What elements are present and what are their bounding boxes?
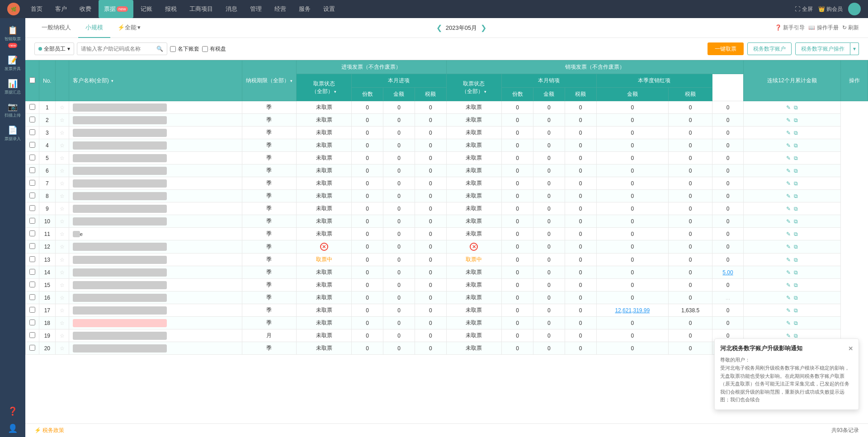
- edit-icon[interactable]: ✎: [786, 142, 791, 149]
- row-select-checkbox[interactable]: [29, 104, 35, 110]
- nav-message[interactable]: 消息: [220, 0, 243, 18]
- copy-icon[interactable]: ⧉: [794, 206, 798, 212]
- row-select-checkbox[interactable]: [29, 155, 35, 160]
- date-next-button[interactable]: ❯: [481, 23, 486, 32]
- copy-icon[interactable]: ⧉: [794, 104, 798, 111]
- star-icon[interactable]: ☆: [60, 333, 65, 339]
- star-icon[interactable]: ☆: [60, 320, 65, 326]
- row-select-checkbox[interactable]: [29, 180, 35, 186]
- row-select-checkbox[interactable]: [29, 193, 35, 198]
- edit-icon[interactable]: ✎: [786, 130, 791, 136]
- checkbox-under-account[interactable]: 名下账套: [170, 45, 199, 53]
- nav-settings[interactable]: 设置: [318, 0, 340, 18]
- tax-digital-account-button[interactable]: 税务数字账户: [747, 42, 792, 55]
- row-select-checkbox[interactable]: [29, 307, 35, 313]
- sidebar-item-smart-ticket[interactable]: 📋 智能取票 new: [0, 22, 25, 52]
- edit-icon[interactable]: ✎: [786, 218, 791, 225]
- refresh-button[interactable]: ↻ 刷新: [842, 24, 859, 32]
- copy-icon[interactable]: ⧉: [794, 168, 798, 174]
- star-icon[interactable]: ☆: [60, 142, 65, 149]
- row-select-checkbox[interactable]: [29, 256, 35, 262]
- nav-operation[interactable]: 经营: [269, 0, 292, 18]
- row-select-checkbox[interactable]: [29, 243, 35, 249]
- edit-icon[interactable]: ✎: [786, 257, 791, 263]
- edit-icon[interactable]: ✎: [786, 333, 791, 339]
- date-prev-button[interactable]: ❮: [436, 23, 442, 32]
- row-select-checkbox[interactable]: [29, 269, 35, 275]
- sidebar-bottom-icon1[interactable]: ❓: [0, 403, 25, 420]
- checkbox-has-taxpad[interactable]: 有税盘: [202, 45, 226, 53]
- copy-icon[interactable]: ⧉: [794, 307, 798, 314]
- star-icon[interactable]: ☆: [60, 193, 65, 199]
- row-select-checkbox[interactable]: [29, 294, 35, 300]
- star-icon[interactable]: ☆: [60, 104, 65, 111]
- star-icon[interactable]: ☆: [60, 282, 65, 288]
- col-customer-name[interactable]: 客户名称(全部) ▾: [69, 61, 242, 101]
- copy-icon[interactable]: ⧉: [794, 142, 798, 149]
- sidebar-item-invoice[interactable]: 📝 发票开具: [0, 52, 25, 75]
- star-icon[interactable]: ☆: [60, 257, 65, 263]
- tab-general[interactable]: 一般纳税人: [34, 18, 78, 38]
- nav-manage[interactable]: 管理: [245, 0, 267, 18]
- vip-button[interactable]: 👑 购会员: [818, 5, 843, 13]
- edit-icon[interactable]: ✎: [786, 269, 791, 276]
- copy-icon[interactable]: ⧉: [794, 155, 798, 161]
- search-input[interactable]: [81, 46, 155, 52]
- star-icon[interactable]: ☆: [60, 307, 65, 314]
- tax-policy-link[interactable]: ⚡ 税务政策: [34, 427, 64, 434]
- col-tax-period[interactable]: 纳税期限（全部）▾: [242, 61, 296, 101]
- select-all-checkbox[interactable]: [29, 77, 35, 83]
- one-key-ticket-button[interactable]: 一键取票: [708, 42, 744, 55]
- nav-fee[interactable]: 收费: [74, 0, 97, 18]
- edit-icon[interactable]: ✎: [786, 180, 791, 187]
- row-select-checkbox[interactable]: [29, 129, 35, 135]
- star-icon[interactable]: ☆: [60, 180, 65, 187]
- checkbox-under-account-input[interactable]: [170, 46, 176, 52]
- edit-icon[interactable]: ✎: [786, 117, 791, 123]
- row-select-checkbox[interactable]: [29, 117, 35, 122]
- edit-icon[interactable]: ✎: [786, 282, 791, 288]
- star-icon[interactable]: ☆: [60, 206, 65, 212]
- star-icon[interactable]: ☆: [60, 244, 65, 250]
- row-select-checkbox[interactable]: [29, 218, 35, 224]
- star-icon[interactable]: ☆: [60, 269, 65, 276]
- star-icon[interactable]: ☆: [60, 168, 65, 174]
- star-icon[interactable]: ☆: [60, 295, 65, 301]
- sidebar-bottom-icon2[interactable]: 👤: [0, 420, 25, 437]
- star-icon[interactable]: ☆: [60, 117, 65, 123]
- row-select-checkbox[interactable]: [29, 142, 35, 148]
- nav-tax[interactable]: 报税: [160, 0, 182, 18]
- nav-ticket[interactable]: 票据 new: [99, 0, 133, 18]
- edit-icon[interactable]: ✎: [786, 104, 791, 111]
- copy-icon[interactable]: ⧉: [794, 269, 798, 276]
- star-icon[interactable]: ☆: [60, 218, 65, 225]
- guide-button[interactable]: ❓ 新手引导: [775, 24, 805, 32]
- sidebar-item-summary[interactable]: 📊 票据汇总: [0, 75, 25, 99]
- row-select-checkbox[interactable]: [29, 205, 35, 211]
- fullscreen-button[interactable]: ⛶ 全屏: [795, 5, 812, 13]
- edit-icon[interactable]: ✎: [786, 168, 791, 174]
- edit-icon[interactable]: ✎: [786, 320, 791, 326]
- row-select-checkbox[interactable]: [29, 332, 35, 338]
- edit-icon[interactable]: ✎: [786, 307, 791, 314]
- user-avatar[interactable]: [848, 3, 861, 15]
- edit-icon[interactable]: ✎: [786, 244, 791, 250]
- search-icon[interactable]: 🔍: [156, 46, 163, 52]
- copy-icon[interactable]: ⧉: [794, 117, 798, 123]
- row-select-checkbox[interactable]: [29, 345, 35, 351]
- row-select-checkbox[interactable]: [29, 282, 35, 287]
- nav-home[interactable]: 首页: [25, 0, 48, 18]
- tab-all[interactable]: ⚡ 全能 ▾: [110, 18, 148, 38]
- copy-icon[interactable]: ⧉: [794, 295, 798, 301]
- row-select-checkbox[interactable]: [29, 320, 35, 325]
- copy-icon[interactable]: ⧉: [794, 180, 798, 187]
- table-settings-icon[interactable]: ⚙: [60, 78, 65, 84]
- nav-service[interactable]: 服务: [293, 0, 316, 18]
- col-in-status[interactable]: 取票状态（全部）▾: [296, 74, 352, 101]
- copy-icon[interactable]: ⧉: [794, 282, 798, 288]
- row-select-checkbox[interactable]: [29, 230, 35, 236]
- employee-select[interactable]: 全部员工 ▾: [34, 42, 74, 55]
- edit-icon[interactable]: ✎: [786, 231, 791, 237]
- nav-business[interactable]: 工商项目: [184, 0, 218, 18]
- edit-icon[interactable]: ✎: [786, 295, 791, 301]
